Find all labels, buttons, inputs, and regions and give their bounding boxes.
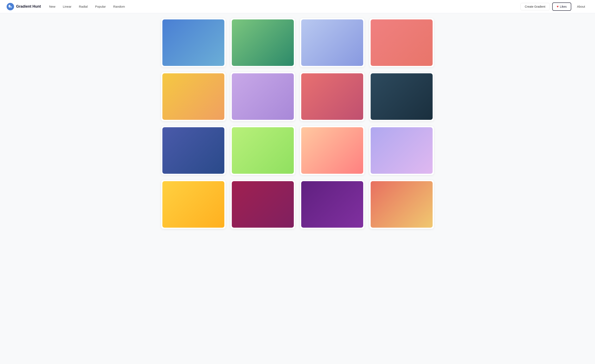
gradient-swatch — [301, 73, 363, 120]
gradient-card[interactable] — [300, 18, 364, 67]
main-content — [153, 13, 442, 234]
logo-icon — [7, 3, 14, 10]
gradient-card[interactable] — [369, 18, 434, 67]
gradient-card[interactable] — [231, 126, 295, 175]
gradient-swatch — [232, 181, 294, 228]
gradient-swatch — [232, 127, 294, 174]
gradient-card[interactable] — [231, 72, 295, 121]
likes-label: Likes — [560, 5, 567, 8]
gradient-card[interactable] — [300, 126, 364, 175]
gradient-card[interactable] — [369, 72, 434, 121]
nav-radial[interactable]: Radial — [76, 3, 91, 10]
gradient-card[interactable] — [161, 18, 226, 67]
gradient-card[interactable] — [369, 126, 434, 175]
svg-point-3 — [9, 5, 10, 6]
svg-point-2 — [10, 6, 12, 8]
about-button[interactable]: About — [574, 3, 588, 10]
gradient-swatch — [232, 73, 294, 120]
gradient-swatch — [162, 127, 224, 174]
nav-random[interactable]: Random — [110, 3, 128, 10]
logo-text: Gradient Hunt — [16, 4, 41, 9]
header-right: Create Gradient ♥ Likes About — [520, 2, 588, 11]
gradient-card[interactable] — [300, 72, 364, 121]
likes-button[interactable]: ♥ Likes — [552, 2, 571, 11]
gradient-card[interactable] — [161, 72, 226, 121]
gradient-card[interactable] — [161, 126, 226, 175]
gradient-swatch — [162, 181, 224, 228]
header-left: Gradient Hunt New Linear Radial Popular … — [7, 3, 128, 10]
create-gradient-button[interactable]: Create Gradient — [520, 3, 550, 10]
main-nav: New Linear Radial Popular Random — [46, 3, 128, 10]
gradient-swatch — [301, 181, 363, 228]
gradient-swatch — [162, 73, 224, 120]
gradient-card[interactable] — [161, 180, 226, 229]
nav-new[interactable]: New — [46, 3, 59, 10]
gradient-card[interactable] — [231, 180, 295, 229]
gradient-swatch — [301, 127, 363, 174]
nav-linear[interactable]: Linear — [59, 3, 75, 10]
gradient-swatch — [371, 127, 433, 174]
site-header: Gradient Hunt New Linear Radial Popular … — [0, 0, 595, 13]
svg-point-1 — [8, 5, 11, 8]
gradient-swatch — [232, 19, 294, 66]
gradient-card[interactable] — [231, 18, 295, 67]
gradient-card[interactable] — [369, 180, 434, 229]
gradient-swatch — [371, 19, 433, 66]
gradient-swatch — [162, 19, 224, 66]
heart-icon: ♥ — [557, 5, 559, 8]
gradient-swatch — [301, 19, 363, 66]
gradient-swatch — [371, 73, 433, 120]
gradient-card[interactable] — [300, 180, 364, 229]
gradient-grid — [161, 18, 434, 229]
gradient-swatch — [371, 181, 433, 228]
nav-popular[interactable]: Popular — [92, 3, 109, 10]
logo[interactable]: Gradient Hunt — [7, 3, 41, 10]
